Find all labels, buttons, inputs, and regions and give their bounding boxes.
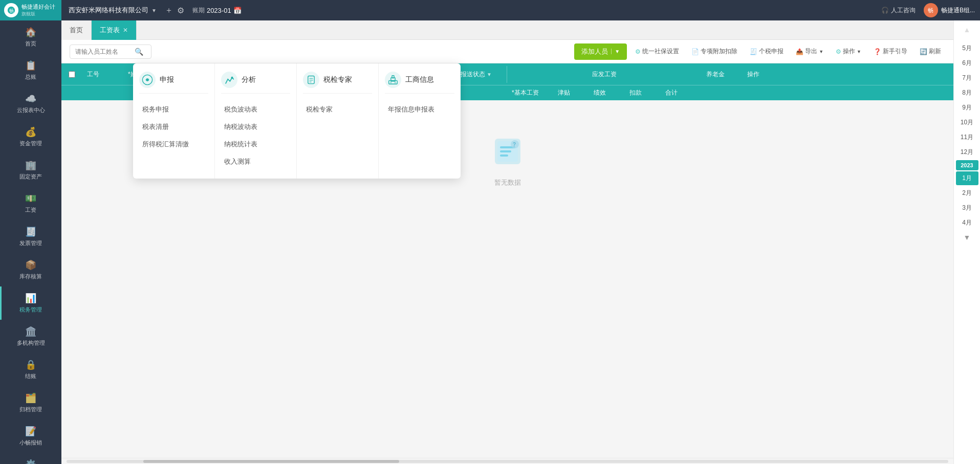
svg-point-11 [231,77,233,79]
settings-icon[interactable]: ⚙ [177,6,184,15]
sidebar-label-archive: 归档管理 [19,406,42,413]
th-salary-group: 应发工资 [507,66,701,83]
add-employee-button[interactable]: 添加人员 ▼ [574,43,627,60]
sidebar-item-assets[interactable]: 🏢 固定资产 [0,153,61,187]
tax-dropdown-menu: 申报 税务申报 税表清册 所得税汇算清缴 [133,63,461,179]
personal-tax-btn[interactable]: 🧾 个税申报 [746,45,788,58]
tax-expert-item[interactable]: 税检专家 [303,101,372,118]
avatar-circle: 畅 [924,3,938,17]
sidebar-item-home[interactable]: 🏠 首页 [0,20,61,54]
sidebar-label-ledger: 总账 [25,73,36,81]
empty-state-icon: ? [487,131,528,172]
annual-report-item[interactable]: 年报信息申报表 [385,101,454,118]
sidebar-label-multiorg: 多机构管理 [17,339,45,347]
search-input[interactable] [75,48,132,55]
sidebar-label-xiaochang: 小畅报销 [19,439,42,447]
date-year-2023 [966,37,968,41]
new-guide-btn[interactable]: ❓ 新手引导 [869,45,911,58]
dropdown-col-fenx: 分析 税负波动表 纳税波动表 纳税统计表 收入测算 [215,63,297,179]
calendar-icon[interactable]: 📅 [233,7,242,14]
sidebar-item-inventory[interactable]: 📦 库存核算 [0,253,61,286]
company-selector[interactable]: 西安虾米网络科技有限公司 ▼ [69,6,157,15]
tab-close-icon[interactable]: ✕ [123,27,128,34]
refresh-btn[interactable]: 🔄 刷新 [916,45,945,58]
support-button[interactable]: 🎧 人工咨询 [881,6,916,15]
social-insurance-btn[interactable]: ⚙ 统一社保设置 [631,45,683,58]
header-actions: ＋ ⚙ [165,5,184,16]
svg-text:?: ? [513,142,516,147]
date-month-5[interactable]: 5月 [956,41,978,55]
date-month-3[interactable]: 3月 [956,201,978,215]
date-month-6[interactable]: 6月 [956,56,978,70]
sidebar-item-archive[interactable]: 🗂️ 归档管理 [0,386,61,419]
dropdown-col-taxe-header: 税检专家 [303,72,372,94]
svg-rect-5 [500,150,511,152]
date-month-10[interactable]: 10月 [956,116,978,129]
sidebar-label-assets: 固定资产 [19,173,42,181]
sidebar-label-inventory: 库存核算 [19,273,42,280]
toolbar: 🔍 添加人员 ▼ ⚙ 统一社保设置 📄 专项附加扣除 🧾 个税申报 📤 导出 [61,40,953,63]
user-name: 畅捷通B组... [941,6,975,15]
tax-stats-item[interactable]: 纳税统计表 [221,136,290,153]
income-estimate-item[interactable]: 收入测算 [221,153,290,170]
assets-icon: 🏢 [25,160,36,171]
date-month-11[interactable]: 11月 [956,130,978,144]
export-btn[interactable]: 📤 导出 ▼ [792,45,827,58]
date-month-2[interactable]: 2月 [956,186,978,200]
income-tax-item[interactable]: 所得税汇算清缴 [139,136,208,153]
date-year-marker-2023: 2023 [956,160,978,170]
scrollbar-thumb[interactable] [143,460,399,463]
sidebar-item-funds[interactable]: 💰 资金管理 [0,120,61,153]
date-month-9[interactable]: 9月 [956,101,978,115]
sidebar-item-invoice[interactable]: 🧾 发票管理 [0,220,61,253]
export-label: 导出 [805,47,817,56]
operations-dropdown-icon: ▼ [857,49,861,54]
sidebar-item-multiorg[interactable]: 🏛️ 多机构管理 [0,320,61,353]
sidebar-item-ledger[interactable]: 📋 总账 [0,54,61,87]
sidebar-item-tax[interactable]: 📊 税务管理 [0,286,61,320]
sidebar-item-salary[interactable]: 💵 工资 [0,187,61,220]
sidebar-item-settings[interactable]: ⚙️ 基础设置 [0,453,61,464]
date-month-4[interactable]: 4月 [956,216,978,230]
operations-btn[interactable]: ⚙ 操作 ▼ [832,45,865,58]
th-checkbox[interactable] [61,71,82,78]
date-month-8[interactable]: 8月 [956,86,978,100]
sidebar-label-cloud: 云报表中心 [17,106,45,114]
th-total: 合计 [660,84,701,101]
horizontal-scrollbar[interactable] [61,458,953,464]
report-status-filter-icon[interactable]: ▼ [487,72,492,77]
dropdown-col-shenb-header: 申报 [139,72,208,94]
personal-tax-icon: 🧾 [750,48,757,55]
scrollbar-track[interactable] [67,460,948,463]
dropdown-col-shenb: 申报 税务申报 税表清册 所得税汇算清缴 [133,63,215,179]
salary-icon: 💵 [25,193,36,204]
new-guide-label: 新手引导 [883,47,907,56]
sidebar-item-xiaochang[interactable]: 📝 小畅报销 [0,419,61,453]
date-month-12[interactable]: 12月 [956,145,978,159]
th-deduction: 扣款 [624,84,660,101]
tax-wave-table-item[interactable]: 税负波动表 [221,101,290,118]
select-all-checkbox[interactable] [69,71,75,78]
tab-salary-table[interactable]: 工资表 ✕ [92,20,137,40]
user-avatar[interactable]: 畅 畅捷通B组... [924,3,975,17]
svg-text:畅: 畅 [9,8,14,13]
date-month-1-active[interactable]: 1月 [956,171,978,185]
date-panel-nav-up[interactable]: ▲ [960,23,974,37]
tax-declaration-item[interactable]: 税务申报 [139,101,208,118]
export-icon: 📤 [796,48,803,55]
add-company-icon[interactable]: ＋ [165,5,173,16]
sidebar-item-cloud[interactable]: ☁️ 云报表中心 [0,87,61,120]
fenx-title: 分析 [242,75,256,84]
date-month-7[interactable]: 7月 [956,71,978,85]
tax-table-item[interactable]: 税表清册 [139,118,208,136]
search-box[interactable]: 🔍 [70,45,151,59]
refresh-label: 刷新 [929,47,941,56]
gongs-title: 工商信息 [405,75,434,84]
date-panel-nav-down[interactable]: ▼ [960,230,974,245]
sidebar-item-close[interactable]: 🔒 结账 [0,353,61,386]
tax-payment-wave-item[interactable]: 纳税波动表 [221,118,290,136]
tab-home[interactable]: 首页 [61,20,92,40]
company-name: 西安虾米网络科技有限公司 [69,6,148,15]
special-deduction-btn[interactable]: 📄 专项附加扣除 [687,45,742,58]
sidebar-label-tax: 税务管理 [19,306,42,314]
